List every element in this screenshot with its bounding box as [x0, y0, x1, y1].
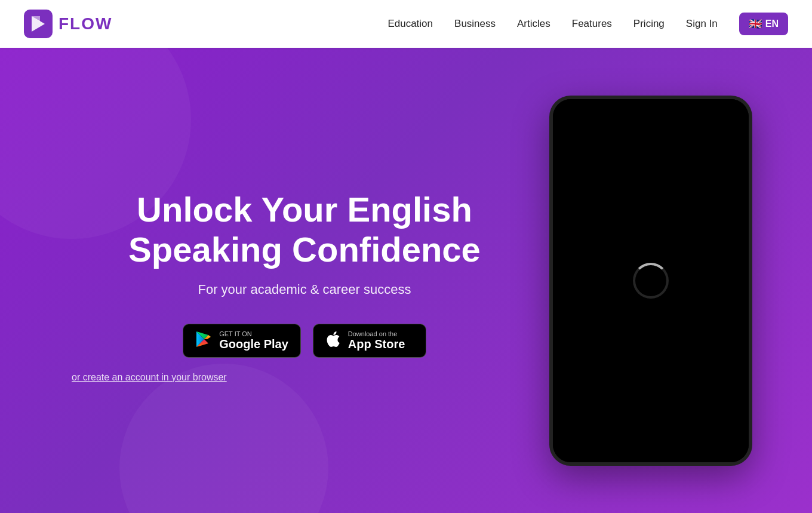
google-play-icon [195, 331, 212, 351]
phone-mockup [549, 96, 752, 466]
browser-link[interactable]: or create an account in your browser [72, 372, 227, 383]
header: FLOW Education Business Articles Feature… [0, 0, 812, 48]
google-play-big-text: Google Play [219, 337, 288, 351]
hero-title: Unlock Your English Speaking Confidence [72, 190, 537, 269]
app-store-button[interactable]: Download on the App Store [313, 324, 426, 358]
nav-articles[interactable]: Articles [517, 18, 550, 30]
app-store-big-text: App Store [348, 337, 405, 351]
app-store-text: Download on the App Store [348, 330, 405, 351]
nav-education[interactable]: Education [387, 18, 433, 30]
google-play-button[interactable]: GET IT ON Google Play [183, 324, 301, 358]
nav-features[interactable]: Features [572, 18, 612, 30]
cta-buttons: GET IT ON Google Play Download on the Ap… [72, 324, 537, 358]
logo-icon [24, 10, 53, 38]
phone-notch [627, 99, 675, 111]
app-store-small-text: Download on the [348, 330, 405, 337]
hero-title-line2: Speaking Confidence [128, 230, 481, 269]
hero-section: Unlock Your English Speaking Confidence … [0, 48, 812, 513]
logo-wordmark: FLOW [59, 14, 112, 33]
logo[interactable]: FLOW [24, 10, 112, 38]
nav-pricing[interactable]: Pricing [633, 18, 665, 30]
lang-code: EN [765, 19, 779, 29]
phone-screen [553, 99, 749, 462]
nav-business[interactable]: Business [454, 18, 496, 30]
hero-content: Unlock Your English Speaking Confidence … [48, 178, 537, 382]
hero-title-line1: Unlock Your English [137, 190, 472, 229]
hero-subtitle: For your academic & career success [72, 282, 537, 297]
nav-signin[interactable]: Sign In [686, 18, 718, 30]
main-nav: Education Business Articles Features Pri… [387, 13, 788, 35]
loading-spinner [633, 263, 669, 299]
app-store-icon [325, 331, 341, 351]
flag-icon: 🇬🇧 [749, 17, 762, 30]
lang-switcher[interactable]: 🇬🇧 EN [739, 13, 788, 35]
phone-mockup-container [537, 96, 764, 466]
google-play-small-text: GET IT ON [219, 330, 288, 337]
google-play-text: GET IT ON Google Play [219, 330, 288, 351]
